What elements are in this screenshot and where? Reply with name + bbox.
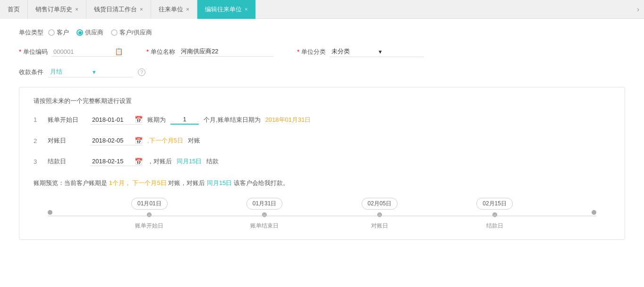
statement-date-calendar-icon[interactable]: 📅	[135, 137, 143, 144]
unit-code-input[interactable]	[51, 47, 113, 56]
row-label-3: 结款日	[48, 157, 85, 166]
radio-customer-supplier-label: 客户/供应商	[119, 28, 152, 37]
timeline-right-spacer	[592, 198, 596, 203]
timeline-right-dot	[592, 210, 596, 215]
preview-prefix: 账期预览：当前客户账期是	[34, 179, 107, 186]
unit-category-arrow-icon: ▾	[377, 47, 424, 56]
radio-customer[interactable]: 客户	[48, 28, 69, 37]
timeline-left-dot	[48, 210, 52, 215]
preview-suffix: 该客户会给我打款。	[234, 179, 289, 186]
tab-edit-partner-label: 编辑往来单位	[205, 5, 242, 14]
tab-edit-partner-close[interactable]: ×	[245, 6, 248, 13]
timeline-label-1: 账单开始日	[135, 222, 163, 230]
tab-bar: 首页 销售订单历史 × 钱货日清工作台 × 往来单位 × 编辑往来单位 × ›	[0, 0, 644, 19]
timeline-dot-3	[377, 212, 382, 217]
timeline-points: 01月01日 账单开始日 01月31日 账单结束日 02月05日 对账日	[48, 198, 596, 230]
unit-type-row: 单位类型 客户 供应商 客户/供应商	[19, 28, 625, 37]
timeline-date-3: 02月05日	[362, 198, 398, 210]
timeline-line	[48, 216, 596, 216]
preview-settle-date: 同月15日	[207, 179, 232, 186]
timeline-left-end	[48, 198, 52, 215]
tab-sales-history-close[interactable]: ×	[75, 6, 78, 13]
unit-code-group: *单位编码 📋	[19, 47, 123, 57]
settlement-suffix: 结款	[206, 157, 219, 166]
unit-name-input[interactable]	[179, 47, 273, 57]
payment-terms-arrow-icon: ▾	[91, 68, 133, 76]
start-date-input[interactable]	[90, 115, 133, 124]
row-num-2: 2	[34, 137, 43, 144]
preview-period: 1个月，	[109, 179, 131, 186]
row-label-2: 对账日	[48, 136, 85, 145]
tab-home-label: 首页	[8, 5, 20, 14]
payment-terms-row: 收款条件 月结 ▾ ?	[19, 67, 625, 77]
unit-type-radio-group: 客户 供应商 客户/供应商	[48, 28, 152, 37]
help-icon[interactable]: ?	[138, 68, 145, 76]
timeline-point-3: 02月05日 对账日	[362, 198, 398, 230]
settings-box-title: 请按照未来的一个完整帐期进行设置	[34, 97, 610, 105]
setting-row-2: 2 对账日 📅 ,下一个月5日 对账	[34, 136, 610, 145]
row-label-1: 账单开始日	[48, 116, 85, 124]
timeline-point-4: 02月15日 结款日	[476, 198, 513, 230]
unit-name-group: *单位名称	[146, 47, 273, 57]
radio-supplier-circle	[76, 29, 83, 36]
settlement-date-input-group: 📅	[90, 157, 143, 166]
tab-cash-desk[interactable]: 钱货日清工作台 ×	[86, 0, 151, 19]
radio-supplier[interactable]: 供应商	[76, 28, 103, 37]
preview-next-date: 下一个月5日	[132, 179, 166, 186]
unit-category-star: *	[297, 48, 299, 55]
radio-customer-supplier-circle	[111, 29, 118, 36]
timeline-dot-2	[262, 212, 267, 217]
unit-category-select[interactable]: 未分类 ▾	[330, 46, 424, 57]
timeline-point-1: 01月01日 账单开始日	[131, 198, 168, 230]
copy-icon[interactable]: 📋	[115, 48, 123, 55]
unit-type-label: 单位类型	[19, 28, 43, 37]
end-date-highlight: 2018年01月31日	[265, 116, 311, 124]
unit-code-star: *	[19, 48, 21, 55]
main-content: 单位类型 客户 供应商 客户/供应商 *单位编码 📋	[0, 19, 644, 287]
unit-name-label: *单位名称	[146, 48, 175, 56]
tab-partners-close[interactable]: ×	[186, 6, 189, 13]
tab-partners-label: 往来单位	[159, 5, 183, 14]
period-suffix: 个月,账单结束日期为	[203, 116, 261, 124]
unit-code-label: *单位编码	[19, 48, 48, 56]
tab-partners[interactable]: 往来单位 ×	[151, 0, 197, 19]
payment-terms-label: 收款条件	[19, 68, 43, 76]
unit-category-value: 未分类	[330, 46, 377, 57]
timeline-right-end	[592, 198, 596, 215]
tab-expand-btn[interactable]: ›	[632, 5, 644, 14]
payment-terms-select[interactable]: 月结 ▾	[48, 67, 133, 77]
timeline-point-2: 01月31日 账单结束日	[246, 198, 283, 230]
payment-terms-value: 月结	[48, 67, 91, 77]
tab-sales-history-label: 销售订单历史	[35, 5, 72, 14]
setting-row-1: 1 账单开始日 📅 账期为 个月,账单结束日期为 2018年01月31日	[34, 115, 610, 125]
next-month-highlight: ,下一个月5日	[147, 136, 183, 145]
unit-category-group: *单位分类 未分类 ▾	[297, 46, 424, 57]
timeline-label-3: 对账日	[371, 222, 388, 230]
start-date-calendar-icon[interactable]: 📅	[135, 116, 143, 123]
timeline-dot-1	[147, 212, 152, 217]
tab-cash-desk-close[interactable]: ×	[140, 6, 143, 13]
timeline-date-4: 02月15日	[476, 198, 513, 210]
tab-sales-history[interactable]: 销售订单历史 ×	[28, 0, 86, 19]
start-date-input-group: 📅	[90, 115, 143, 125]
unit-code-input-wrapper: 📋	[51, 47, 123, 57]
settings-box: 请按照未来的一个完整帐期进行设置 1 账单开始日 📅 账期为 个月,账单结束日期…	[19, 87, 625, 240]
radio-customer-label: 客户	[57, 28, 69, 37]
statement-suffix: 对账	[188, 136, 200, 145]
period-value-input[interactable]	[170, 115, 199, 125]
statement-date-input[interactable]	[90, 136, 133, 145]
tab-cash-desk-label: 钱货日清工作台	[94, 5, 137, 14]
tab-home[interactable]: 首页	[0, 0, 28, 19]
timeline-date-2: 01月31日	[246, 198, 283, 210]
row-num-3: 3	[34, 158, 43, 165]
settlement-date-calendar-icon[interactable]: 📅	[135, 158, 143, 165]
settlement-date-input[interactable]	[90, 157, 133, 166]
preview-section: 账期预览：当前客户账期是 1个月， 下一个月5日 对账，对账后 同月15日 该客…	[34, 177, 610, 188]
timeline-label-2: 账单结束日	[250, 222, 279, 230]
radio-customer-circle	[48, 29, 55, 36]
settlement-prefix: ，对账后	[147, 157, 172, 166]
preview-middle: 对账，对账后	[168, 179, 205, 186]
radio-customer-supplier[interactable]: 客户/供应商	[111, 28, 152, 37]
timeline-date-1: 01月01日	[131, 198, 168, 210]
tab-edit-partner[interactable]: 编辑往来单位 ×	[197, 0, 256, 19]
